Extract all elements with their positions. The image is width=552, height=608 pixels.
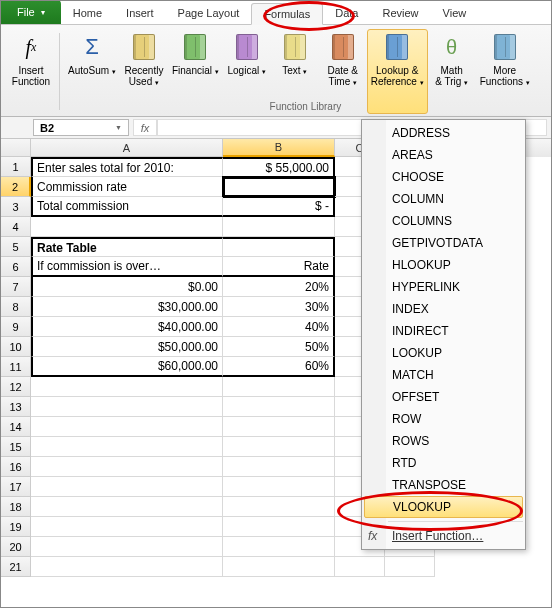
- col-header-A[interactable]: A: [31, 139, 223, 157]
- cell[interactable]: [31, 457, 223, 477]
- row-header[interactable]: 16: [1, 457, 31, 477]
- cell[interactable]: [223, 497, 335, 517]
- cell[interactable]: [223, 377, 335, 397]
- cell[interactable]: $40,000.00: [31, 317, 223, 337]
- menu-item-index[interactable]: INDEX: [362, 298, 525, 320]
- menu-item-match[interactable]: MATCH: [362, 364, 525, 386]
- cell[interactable]: [223, 237, 335, 257]
- row-header[interactable]: 6: [1, 257, 31, 277]
- cell[interactable]: [31, 477, 223, 497]
- menu-item-transpose[interactable]: TRANSPOSE: [362, 474, 525, 496]
- row-header[interactable]: 7: [1, 277, 31, 297]
- tab-formulas[interactable]: Formulas: [251, 3, 323, 25]
- cell[interactable]: Rate Table: [31, 237, 223, 257]
- cell[interactable]: 30%: [223, 297, 335, 317]
- row-header[interactable]: 8: [1, 297, 31, 317]
- row-header[interactable]: 15: [1, 437, 31, 457]
- row-header[interactable]: 12: [1, 377, 31, 397]
- menu-item-offset[interactable]: OFFSET: [362, 386, 525, 408]
- cell[interactable]: [335, 557, 385, 577]
- row-header[interactable]: 20: [1, 537, 31, 557]
- cell[interactable]: [31, 217, 223, 237]
- menu-item-rows[interactable]: ROWS: [362, 430, 525, 452]
- cell[interactable]: $ 55,000.00: [223, 157, 335, 177]
- cell[interactable]: [31, 537, 223, 557]
- cell[interactable]: [223, 517, 335, 537]
- menu-item-indirect[interactable]: INDIRECT: [362, 320, 525, 342]
- menu-item-rtd[interactable]: RTD: [362, 452, 525, 474]
- cell[interactable]: [31, 397, 223, 417]
- cell[interactable]: $ -: [223, 197, 335, 217]
- cell[interactable]: [223, 557, 335, 577]
- row-header[interactable]: 11: [1, 357, 31, 377]
- cell[interactable]: [223, 397, 335, 417]
- col-header-B[interactable]: B: [223, 139, 335, 157]
- cell[interactable]: [31, 437, 223, 457]
- row-header[interactable]: 4: [1, 217, 31, 237]
- cell[interactable]: [31, 557, 223, 577]
- menu-item-choose[interactable]: CHOOSE: [362, 166, 525, 188]
- row-header[interactable]: 5: [1, 237, 31, 257]
- cell[interactable]: Enter sales total for 2010:: [31, 157, 223, 177]
- menu-item-areas[interactable]: AREAS: [362, 144, 525, 166]
- row-header[interactable]: 1: [1, 157, 31, 177]
- cell[interactable]: If commission is over…: [31, 257, 223, 277]
- cell[interactable]: 20%: [223, 277, 335, 297]
- cell[interactable]: [223, 537, 335, 557]
- cell[interactable]: 50%: [223, 337, 335, 357]
- cell[interactable]: [31, 417, 223, 437]
- menu-item-hlookup[interactable]: HLOOKUP: [362, 254, 525, 276]
- menu-item-column[interactable]: COLUMN: [362, 188, 525, 210]
- row-header[interactable]: 9: [1, 317, 31, 337]
- cell[interactable]: [31, 377, 223, 397]
- row-header[interactable]: 2: [1, 177, 31, 197]
- row-header[interactable]: 17: [1, 477, 31, 497]
- cell[interactable]: [223, 457, 335, 477]
- row-header[interactable]: 18: [1, 497, 31, 517]
- active-cell[interactable]: [223, 177, 335, 197]
- row-header[interactable]: 3: [1, 197, 31, 217]
- menu-item-insert-function[interactable]: fxInsert Function…: [362, 525, 525, 547]
- tab-view[interactable]: View: [431, 2, 479, 24]
- cell[interactable]: [31, 517, 223, 537]
- cell[interactable]: Total commission: [31, 197, 223, 217]
- insert-function-button[interactable]: fx InsertFunction: [7, 29, 55, 114]
- cell[interactable]: [223, 217, 335, 237]
- row-header[interactable]: 21: [1, 557, 31, 577]
- cell[interactable]: [31, 497, 223, 517]
- tab-page-layout[interactable]: Page Layout: [166, 2, 252, 24]
- cell[interactable]: 40%: [223, 317, 335, 337]
- row-header[interactable]: 13: [1, 397, 31, 417]
- row-header[interactable]: 19: [1, 517, 31, 537]
- fx-icon[interactable]: fx: [133, 119, 157, 136]
- logical-label: Logical: [227, 65, 259, 76]
- cell[interactable]: [223, 417, 335, 437]
- tab-home[interactable]: Home: [61, 2, 114, 24]
- cell[interactable]: $60,000.00: [31, 357, 223, 377]
- select-all-corner[interactable]: [1, 139, 31, 157]
- cell[interactable]: $0.00: [31, 277, 223, 297]
- tab-file[interactable]: File: [1, 0, 61, 24]
- book-icon: [489, 31, 521, 63]
- cell[interactable]: $30,000.00: [31, 297, 223, 317]
- menu-item-hyperlink[interactable]: HYPERLINK: [362, 276, 525, 298]
- cell[interactable]: Rate: [223, 257, 335, 277]
- cell[interactable]: 60%: [223, 357, 335, 377]
- tab-insert[interactable]: Insert: [114, 2, 166, 24]
- menu-item-vlookup[interactable]: VLOOKUP: [364, 496, 523, 518]
- tab-review[interactable]: Review: [370, 2, 430, 24]
- menu-item-getpivotdata[interactable]: GETPIVOTDATA: [362, 232, 525, 254]
- cell[interactable]: [385, 557, 435, 577]
- menu-item-lookup[interactable]: LOOKUP: [362, 342, 525, 364]
- menu-item-address[interactable]: ADDRESS: [362, 122, 525, 144]
- cell[interactable]: $50,000.00: [31, 337, 223, 357]
- row-header[interactable]: 10: [1, 337, 31, 357]
- tab-data[interactable]: Data: [323, 2, 370, 24]
- cell[interactable]: [223, 437, 335, 457]
- name-box[interactable]: B2▼: [33, 119, 129, 136]
- cell[interactable]: Commission rate: [31, 177, 223, 197]
- menu-item-columns[interactable]: COLUMNS: [362, 210, 525, 232]
- cell[interactable]: [223, 477, 335, 497]
- row-header[interactable]: 14: [1, 417, 31, 437]
- menu-item-row[interactable]: ROW: [362, 408, 525, 430]
